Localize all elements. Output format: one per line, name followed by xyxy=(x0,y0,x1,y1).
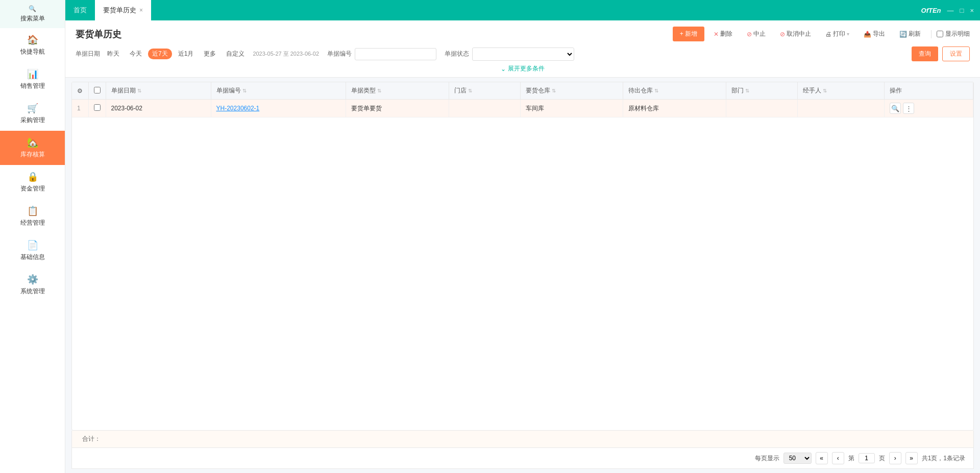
lock-icon: 🔒 xyxy=(27,171,38,182)
refresh-label: 刷新 xyxy=(909,30,921,38)
date-1month-btn[interactable]: 近1月 xyxy=(174,49,198,59)
date-7days-btn[interactable]: 近7天 xyxy=(148,49,172,59)
page-number-input[interactable] xyxy=(859,453,875,463)
sidebar-item-inventory[interactable]: 🏡 库存核算 xyxy=(0,131,65,165)
td-checkbox xyxy=(88,100,106,117)
sidebar-item-system[interactable]: ⚙️ 系统管理 xyxy=(0,268,65,302)
th-doctype[interactable]: 单据类型⇅ xyxy=(346,82,449,100)
th-handler[interactable]: 经手人⇅ xyxy=(798,82,885,100)
report-icon: 📋 xyxy=(27,205,38,217)
th-date[interactable]: 单据日期⇅ xyxy=(106,82,211,100)
th-dept[interactable]: 部门⇅ xyxy=(726,82,798,100)
data-table: ⚙ 单据日期⇅ 单据编号⇅ 单据类型⇅ 门店⇅ 要货仓库⇅ 待出仓库⇅ 部门⇅ … xyxy=(72,82,973,117)
date-more-btn[interactable]: 更多 xyxy=(200,49,220,59)
filter-row-1: 单据日期 昨天 今天 近7天 近1月 更多 自定义 2023-05-27 至 2… xyxy=(76,46,970,61)
date-custom-btn[interactable]: 自定义 xyxy=(222,49,249,59)
sidebar-item-purchase[interactable]: 🛒 采购管理 xyxy=(0,97,65,131)
page-content: 要货单历史 + 新增 ✕ 删除 ⊘ 中止 ⊘ 取消中止 xyxy=(65,20,980,473)
sidebar-search-label: 搜索菜单 xyxy=(20,14,45,23)
th-settings[interactable]: ⚙ xyxy=(72,82,88,100)
cancel-stop-button[interactable]: ⊘ 取消中止 xyxy=(775,27,816,41)
th-reqwarehouse[interactable]: 要货仓库⇅ xyxy=(521,82,623,100)
export-label: 导出 xyxy=(873,30,885,38)
th-pendwarehouse[interactable]: 待出仓库⇅ xyxy=(623,82,726,100)
delete-button[interactable]: ✕ 删除 xyxy=(708,27,738,41)
th-docno[interactable]: 单据编号⇅ xyxy=(211,82,346,100)
refresh-button[interactable]: 🔄 刷新 xyxy=(894,27,926,41)
page-size-label: 每页显示 xyxy=(755,454,779,463)
doc-icon: 📄 xyxy=(27,240,38,251)
sidebar-item-label: 采购管理 xyxy=(20,116,45,125)
td-date: 2023-06-02 xyxy=(106,100,211,117)
show-detail-label[interactable]: 显示明细 xyxy=(937,30,970,38)
sidebar-item-finance[interactable]: 🔒 资金管理 xyxy=(0,165,65,199)
row-checkbox[interactable] xyxy=(94,104,101,111)
tab-spacer xyxy=(151,0,915,20)
toolbar: + 新增 ✕ 删除 ⊘ 中止 ⊘ 取消中止 🖨 打印 xyxy=(673,27,970,41)
page-label-pre: 第 xyxy=(848,454,854,463)
main-area: 首页 要货单历史 × OfTEn — □ × 要货单历史 + 新增 ✕ 删除 xyxy=(65,0,980,473)
sidebar-item-sales[interactable]: 📊 销售管理 xyxy=(0,62,65,97)
doc-no-link[interactable]: YH-20230602-1 xyxy=(216,105,260,112)
window-close-btn[interactable]: × xyxy=(970,7,974,14)
th-store[interactable]: 门店⇅ xyxy=(449,82,521,100)
date-yesterday-btn[interactable]: 昨天 xyxy=(103,49,124,59)
query-button[interactable]: 查询 xyxy=(912,46,938,61)
td-num: 1 xyxy=(72,100,88,117)
next-page-btn[interactable]: › xyxy=(889,452,901,464)
sidebar-item-business[interactable]: 📋 经营管理 xyxy=(0,199,65,233)
show-detail-checkbox[interactable] xyxy=(937,31,943,37)
more-op-btn[interactable]: ⋮ xyxy=(903,103,914,114)
td-reqwarehouse: 车间库 xyxy=(521,100,623,117)
date-filter-label: 单据日期 xyxy=(76,50,100,58)
td-doctype: 要货单要货 xyxy=(346,100,449,117)
search-icon: 🔍 xyxy=(29,5,36,12)
doc-number-input[interactable] xyxy=(355,48,436,60)
date-range-display: 2023-05-27 至 2023-06-02 xyxy=(253,50,319,58)
stop-label: 中止 xyxy=(753,30,766,38)
doc-number-filter-group: 单据编号 xyxy=(327,48,436,60)
view-op-btn[interactable]: 🔍 xyxy=(890,103,901,114)
sidebar-item-home[interactable]: 🏠 快捷导航 xyxy=(0,28,65,62)
td-docno: YH-20230602-1 xyxy=(211,100,346,117)
tab-current[interactable]: 要货单历史 × xyxy=(95,0,151,20)
td-ops: 🔍 ⋮ xyxy=(885,100,973,117)
window-minimize-btn[interactable]: — xyxy=(947,7,954,14)
tab-controls: OfTEn — □ × xyxy=(915,0,980,20)
page-size-select[interactable]: 50 100 200 xyxy=(783,453,812,464)
settings-button[interactable]: 设置 xyxy=(942,46,970,61)
last-page-btn[interactable]: » xyxy=(905,452,918,464)
sidebar-item-base[interactable]: 📄 基础信息 xyxy=(0,233,65,268)
sidebar-item-label: 系统管理 xyxy=(20,287,45,296)
page-label-post: 页 xyxy=(879,454,885,463)
sidebar-search[interactable]: 🔍 搜索菜单 xyxy=(0,0,65,28)
cart-icon: 🛒 xyxy=(27,103,38,114)
prev-page-btn[interactable]: ‹ xyxy=(832,452,844,464)
th-checkbox xyxy=(88,82,106,100)
td-pendwarehouse: 原材料仓库 xyxy=(623,100,726,117)
page-title: 要货单历史 xyxy=(76,28,121,40)
first-page-btn[interactable]: « xyxy=(816,452,828,464)
summary-label: 合计： xyxy=(82,435,101,442)
tab-close-btn[interactable]: × xyxy=(139,7,143,14)
sidebar-item-label: 资金管理 xyxy=(20,184,45,193)
tab-home[interactable]: 首页 xyxy=(65,0,95,20)
print-label: 打印 xyxy=(833,30,845,38)
new-button[interactable]: + 新增 xyxy=(673,27,704,41)
tab-current-label: 要货单历史 xyxy=(103,6,136,15)
table-header-row: ⚙ 单据日期⇅ 单据编号⇅ 单据类型⇅ 门店⇅ 要货仓库⇅ 待出仓库⇅ 部门⇅ … xyxy=(72,82,973,100)
sidebar-item-label: 基础信息 xyxy=(20,253,45,262)
tab-bar: 首页 要货单历史 × OfTEn — □ × xyxy=(65,0,980,20)
td-handler xyxy=(798,100,885,117)
print-button[interactable]: 🖨 打印 ▾ xyxy=(820,27,854,41)
inventory-icon: 🏡 xyxy=(27,137,38,148)
stop-button[interactable]: ⊘ 中止 xyxy=(742,27,771,41)
status-select[interactable] xyxy=(472,48,574,61)
export-button[interactable]: 📤 导出 xyxy=(859,27,890,41)
td-dept xyxy=(726,100,798,117)
filter-action-buttons: 查询 设置 xyxy=(912,46,970,61)
select-all-checkbox[interactable] xyxy=(94,87,101,93)
expand-more-btn[interactable]: ⌄ 展开更多条件 xyxy=(76,64,970,73)
date-today-btn[interactable]: 今天 xyxy=(126,49,146,59)
window-maximize-btn[interactable]: □ xyxy=(960,7,964,14)
